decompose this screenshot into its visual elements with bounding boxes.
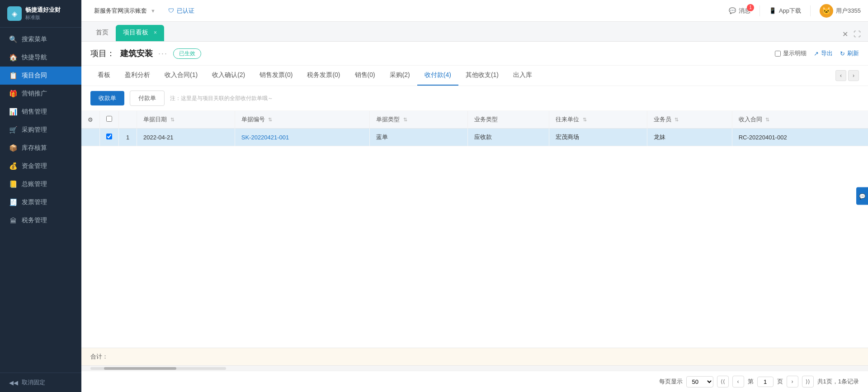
sub-tab-other-income[interactable]: 其他收支(1) bbox=[458, 66, 506, 86]
sub-tab-income-contract[interactable]: 收入合同(1) bbox=[157, 66, 205, 86]
scrollbar-thumb[interactable] bbox=[104, 367, 176, 370]
refresh-button[interactable]: ↻ 刷新 bbox=[840, 49, 859, 57]
sidebar-item-search[interactable]: 🔍 搜索菜单 bbox=[0, 30, 81, 48]
row-checkbox[interactable] bbox=[106, 134, 112, 139]
row-checkbox-cell[interactable] bbox=[100, 129, 119, 146]
sidebar-item-purchase[interactable]: 🛒 采购管理 bbox=[0, 121, 81, 139]
header-actions: 显示明细 ↗ 导出 ↻ 刷新 bbox=[775, 49, 859, 57]
sidebar-item-inventory[interactable]: 📦 库存核算 bbox=[0, 139, 81, 157]
tab-project-board-label: 项目看板 bbox=[123, 29, 148, 36]
sidebar-item-label-quick-nav: 快捷导航 bbox=[22, 53, 47, 62]
sidebar-item-project-contract[interactable]: 📋 项目合同 bbox=[0, 67, 81, 85]
sub-tab-income-confirm[interactable]: 收入确认(2) bbox=[205, 66, 252, 86]
inventory-nav-icon: 📦 bbox=[9, 144, 17, 152]
number-sort-icon[interactable]: ⇅ bbox=[268, 117, 272, 122]
sub-tab-sales-label: 销售(0) bbox=[355, 71, 375, 78]
row-settings-cell bbox=[81, 129, 100, 146]
logo-text-group: 畅捷通好业财 标准版 bbox=[25, 6, 61, 21]
per-page-select[interactable]: 50 20 100 bbox=[686, 376, 713, 387]
sidebar-item-quick-nav[interactable]: 🏠 快捷导航 bbox=[0, 48, 81, 67]
sidebar-item-invoice[interactable]: 🧾 发票管理 bbox=[0, 193, 81, 211]
sub-tab-next-button[interactable]: › bbox=[848, 70, 859, 81]
page-prev-button[interactable]: ‹ bbox=[732, 376, 744, 387]
close-window-button[interactable]: ✕ bbox=[842, 30, 848, 38]
sub-tab-tax-invoice[interactable]: 税务发票(0) bbox=[300, 66, 347, 86]
income-contract-column-header[interactable]: 收入合同 ⇅ bbox=[732, 111, 868, 129]
refresh-label: 刷新 bbox=[847, 49, 859, 57]
tabbar: 首页 项目看板 × ✕ ⛶ bbox=[81, 22, 868, 42]
type-column-label: 单据类型 bbox=[376, 116, 400, 123]
feedback-icon: 💬 bbox=[859, 193, 865, 200]
sub-tab-sales[interactable]: 销售(0) bbox=[348, 66, 382, 86]
sidebar-item-finance[interactable]: 💰 资金管理 bbox=[0, 157, 81, 175]
content-area: 项目： 建筑安装 ··· 已生效 显示明细 ↗ 导出 ↻ 刷新 bbox=[81, 42, 868, 392]
sub-tab-kanban-label: 看板 bbox=[98, 71, 110, 78]
page-number-input[interactable] bbox=[757, 377, 774, 387]
sidebar-unpin-button[interactable]: ◀◀ 取消固定 bbox=[0, 373, 81, 392]
tab-close-button[interactable]: × bbox=[154, 29, 157, 36]
horizontal-scrollbar[interactable] bbox=[90, 367, 226, 370]
sub-tab-kanban[interactable]: 看板 bbox=[90, 66, 118, 86]
select-all-checkbox[interactable] bbox=[106, 116, 112, 122]
number-column-header[interactable]: 单据编号 ⇅ bbox=[235, 111, 370, 129]
receipts-button[interactable]: 收款单 bbox=[90, 91, 124, 105]
tab-home[interactable]: 首页 bbox=[89, 25, 116, 41]
sub-tab-income-confirm-label: 收入确认(2) bbox=[212, 71, 245, 78]
topbar-divider-2 bbox=[810, 5, 811, 16]
project-header: 项目： 建筑安装 ··· 已生效 显示明细 ↗ 导出 ↻ 刷新 bbox=[81, 42, 868, 66]
type-column-header[interactable]: 单据类型 ⇅ bbox=[370, 111, 468, 129]
show-detail-checkbox[interactable] bbox=[775, 51, 781, 57]
table-row[interactable]: 1 2022-04-21 SK-20220421-001 蓝单 应收款 bbox=[81, 129, 868, 146]
sub-tab-in-out[interactable]: 出入库 bbox=[506, 66, 539, 86]
page-last-button[interactable]: ⟩⟩ bbox=[802, 376, 814, 387]
export-button[interactable]: ↗ 导出 bbox=[814, 49, 833, 57]
row-date: 2022-04-21 bbox=[143, 134, 174, 141]
sidebar-item-sales[interactable]: 📊 销售管理 bbox=[0, 103, 81, 121]
page-next-button[interactable]: › bbox=[787, 376, 798, 387]
row-number-cell[interactable]: SK-20220421-001 bbox=[235, 129, 370, 146]
table-container[interactable]: ⚙ 单据日期 ⇅ 单据编号 ⇅ bbox=[81, 111, 868, 348]
page-first-button[interactable]: ⟨⟨ bbox=[717, 376, 729, 387]
date-sort-icon[interactable]: ⇅ bbox=[170, 117, 175, 122]
partner-sort-icon[interactable]: ⇅ bbox=[583, 117, 587, 122]
sidebar-item-tax[interactable]: 🏛 税务管理 bbox=[0, 211, 81, 229]
tab-project-board[interactable]: 项目看板 × bbox=[116, 25, 164, 41]
sub-tab-prev-button[interactable]: ‹ bbox=[835, 70, 846, 81]
show-detail-checkbox-label[interactable]: 显示明细 bbox=[775, 49, 807, 57]
marketing-nav-icon: 🎁 bbox=[9, 90, 17, 98]
feedback-button[interactable]: 💬 bbox=[856, 187, 868, 205]
scrollbar-area[interactable] bbox=[81, 365, 868, 371]
salesperson-sort-icon[interactable]: ⇅ bbox=[675, 117, 679, 122]
sub-tab-receipts[interactable]: 收付款(4) bbox=[417, 66, 458, 86]
certified-label: 已认证 bbox=[177, 7, 194, 15]
salesperson-column-header[interactable]: 业务员 ⇅ bbox=[647, 111, 732, 129]
type-sort-icon[interactable]: ⇅ bbox=[403, 117, 407, 122]
message-button[interactable]: 💬 消息 1 bbox=[729, 7, 750, 15]
topbar: 新服务官网演示账套 ▼ 🛡 已认证 💬 消息 1 📱 App下载 🐱 用户335… bbox=[81, 0, 868, 22]
income-contract-sort-icon[interactable]: ⇅ bbox=[765, 117, 769, 122]
checkbox-column-header[interactable] bbox=[100, 111, 119, 129]
sub-tab-sales-invoice[interactable]: 销售发票(0) bbox=[252, 66, 300, 86]
more-options-button[interactable]: ··· bbox=[158, 49, 168, 58]
sidebar-item-label-marketing: 营销推广 bbox=[22, 90, 47, 98]
date-column-header[interactable]: 单据日期 ⇅ bbox=[137, 111, 235, 129]
row-number-link[interactable]: SK-20220421-001 bbox=[241, 134, 289, 141]
app-download-label: App下载 bbox=[779, 7, 801, 15]
project-selector[interactable]: 新服务官网演示账套 ▼ bbox=[89, 4, 161, 18]
sub-tab-profit-label: 盈利分析 bbox=[125, 71, 150, 78]
payments-button[interactable]: 付款单 bbox=[130, 91, 165, 106]
sidebar-item-ledger[interactable]: 📒 总账管理 bbox=[0, 175, 81, 193]
partner-column-header[interactable]: 往来单位 ⇅ bbox=[549, 111, 647, 129]
shield-icon: 🛡 bbox=[168, 7, 174, 14]
maximize-window-button[interactable]: ⛶ bbox=[854, 30, 861, 38]
row-num: 1 bbox=[126, 134, 129, 141]
user-menu-button[interactable]: 🐱 用户3355 bbox=[820, 4, 861, 18]
app-download-button[interactable]: 📱 App下载 bbox=[769, 7, 801, 15]
sidebar-item-label-inventory: 库存核算 bbox=[22, 144, 47, 152]
sidebar-item-label-finance: 资金管理 bbox=[22, 162, 47, 170]
settings-column-header[interactable]: ⚙ bbox=[81, 111, 100, 129]
sub-tab-purchase[interactable]: 采购(2) bbox=[382, 66, 417, 86]
sub-tab-profit[interactable]: 盈利分析 bbox=[118, 66, 157, 86]
page-suffix: 页 bbox=[777, 378, 783, 386]
sidebar-item-marketing[interactable]: 🎁 营销推广 bbox=[0, 85, 81, 103]
